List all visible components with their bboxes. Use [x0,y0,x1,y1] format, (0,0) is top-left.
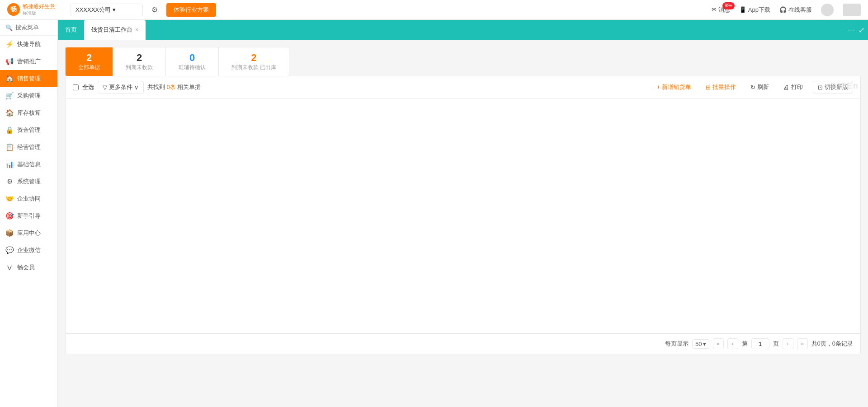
tab-close-icon[interactable]: × [135,27,138,33]
tab-active[interactable]: 钱货日清工作台 × [84,20,146,40]
add-order-button[interactable]: + 新增销货单 [652,81,696,93]
stat-label-overdue: 到期未收款 [126,64,153,71]
online-service-icon: 🎧 [779,6,787,13]
pagination: 每页显示 50 ▾ « ‹ 第 页 › » 共0页，0条记录 [65,333,861,354]
filter-dropdown-icon: ∨ [134,84,139,91]
last-page-btn[interactable]: » [797,338,808,349]
wechat-icon: 💬 [5,246,14,254]
stat-label-wangwang: 旺辅待确认 [179,64,206,71]
search-icon: 🔍 [5,24,13,31]
sidebar-label-purchase: 采购管理 [17,92,41,100]
top-bar: 畅 畅捷通好生意 标准版 XXXXXX公司 ▾ ⚙ 体验行业方案 ✉ 消息 99… [0,0,868,20]
sidebar-label-cooperation: 企业协同 [17,195,41,203]
sidebar-item-inventory[interactable]: 🏠 库存核算 [0,104,57,122]
logo-icon: 畅 [7,3,20,16]
logo-sub: 标准版 [23,10,55,16]
tab-home[interactable]: 首页 [58,20,84,40]
stat-tab-wangwang[interactable]: 0 旺辅待确认 [166,47,219,76]
sidebar-item-system[interactable]: ⚙ 系统管理 [0,173,57,190]
refresh-label: 刷新 [757,83,769,91]
sidebar-item-marketing[interactable]: 📢 营销推广 [0,53,57,70]
stat-num-all: 2 [78,52,100,64]
settings-icon[interactable]: ⚙ [148,4,161,16]
batch-operation-button[interactable]: ⊞ 批量操作 [701,81,741,93]
online-service-item[interactable]: 🎧 在线客服 [779,6,812,14]
stat-tab-overdue-shipped[interactable]: 2 到期未收款 已出库 [219,47,289,76]
sidebar-item-member[interactable]: V 畅会员 [0,259,57,276]
sidebar-label-member: 畅会员 [17,263,35,271]
stat-num-wangwang: 0 [179,52,206,64]
sidebar-label-marketing: 营销推广 [17,57,41,65]
stats-tabs: 2 全部单据 2 到期未收款 0 旺辅待确认 2 到期未收款 已出库 [65,47,289,76]
top-bar-left: 畅 畅捷通好生意 标准版 XXXXXX公司 ▾ ⚙ 体验行业方案 [7,3,216,17]
top-bar-right: ✉ 消息 99+ 📱 App下载 🎧 在线客服 [712,4,861,16]
sidebar-item-sales[interactable]: 🏠 销售管理 [0,70,57,87]
company-select[interactable]: XXXXXX公司 ▾ [71,4,143,16]
sidebar-item-capital[interactable]: 🔒 资金管理 [0,122,57,139]
operation-icon: 📋 [5,143,14,151]
inventory-icon: 🏠 [5,109,14,117]
logo-text: 畅捷通好生意 [23,3,55,9]
message-icon: ✉ [712,6,717,13]
print-button[interactable]: 🖨 打印 [779,81,807,93]
sidebar-label-system: 系统管理 [17,178,41,186]
prev-page-btn[interactable]: ‹ [727,338,738,349]
trial-button[interactable]: 体验行业方案 [166,3,216,17]
sidebar-item-operation[interactable]: 📋 经营管理 [0,139,57,156]
tab-maximize-btn[interactable]: ⤢ [859,26,864,34]
sidebar-label-basic: 基础信息 [17,160,41,168]
filter-button[interactable]: ▽ 更多条件 ∨ [98,81,144,94]
tab-active-label: 钱货日清工作台 [91,26,132,34]
next-page-btn[interactable]: › [783,338,793,349]
refresh-icon: ↻ [750,84,755,91]
select-all-checkbox[interactable] [73,84,79,90]
page-size-value: 50 [695,341,702,347]
print-icon: 🖨 [783,84,789,91]
app-download-icon: 📱 [739,6,746,13]
stat-label-overdue-shipped: 到期未收款 已出库 [231,64,276,71]
sidebar-item-cooperation[interactable]: 🤝 企业协同 [0,190,57,207]
sidebar-label-capital: 资金管理 [17,126,41,134]
page-input[interactable] [751,338,769,349]
batch-icon: ⊞ [706,84,711,91]
sidebar-search[interactable]: 🔍 搜索菜单 [0,20,57,36]
tab-restore-btn[interactable]: — [848,26,855,34]
sales-icon: 🏠 [5,75,14,83]
avatar[interactable] [821,4,834,16]
sidebar-label-operation: 经营管理 [17,143,41,151]
content-area [65,98,861,333]
switch-icon: ⊡ [818,84,823,91]
member-icon: V [5,263,14,271]
app-download-label: App下载 [748,6,770,14]
sidebar-item-guide[interactable]: 🎯 新手引导 [0,207,57,225]
sidebar-item-basic[interactable]: 📊 基础信息 [0,156,57,173]
first-page-btn[interactable]: « [713,338,724,349]
message-item[interactable]: ✉ 消息 99+ [712,6,730,14]
nav-tabs: 首页 钱货日清工作台 × — ⤢ [58,20,868,40]
nav-tabs-right: — ⤢ [848,26,868,34]
marketing-icon: 📢 [5,57,14,65]
app-download-item[interactable]: 📱 App下载 [739,6,770,14]
sidebar-item-wechat[interactable]: 💬 企业微信 [0,242,57,259]
sidebar-item-apps[interactable]: 📦 应用中心 [0,225,57,242]
page-size-label: 每页显示 [665,340,689,348]
switch-version-button[interactable]: ⊡ 切换新版 [813,81,853,94]
stat-tab-all[interactable]: 2 全部单据 [66,47,113,76]
refresh-button[interactable]: ↻ 刷新 [746,81,774,93]
found-count: 0条 [167,84,176,90]
page-suffix: 页 [773,340,779,348]
sidebar-item-purchase[interactable]: 🛒 采购管理 [0,87,57,104]
stat-num-overdue-shipped: 2 [231,52,276,64]
stat-tab-overdue[interactable]: 2 到期未收款 [113,47,166,76]
sidebar: 🔍 搜索菜单 ⚡ 快捷导航 📢 营销推广 🏠 销售管理 🛒 采购管理 🏠 库存核… [0,0,58,407]
apps-icon: 📦 [5,229,14,237]
sidebar-item-quick-nav[interactable]: ⚡ 快捷导航 [0,36,57,53]
user-info[interactable] [843,4,861,16]
purchase-icon: 🛒 [5,92,14,100]
sidebar-label-inventory: 库存核算 [17,109,41,117]
select-all-label: 全选 [82,83,94,91]
company-name: XXXXXX公司 [75,6,111,14]
sidebar-label-quick-nav: 快捷导航 [17,40,41,48]
filter-label: 更多条件 [109,83,132,91]
page-size-select[interactable]: 50 ▾ [692,339,709,349]
